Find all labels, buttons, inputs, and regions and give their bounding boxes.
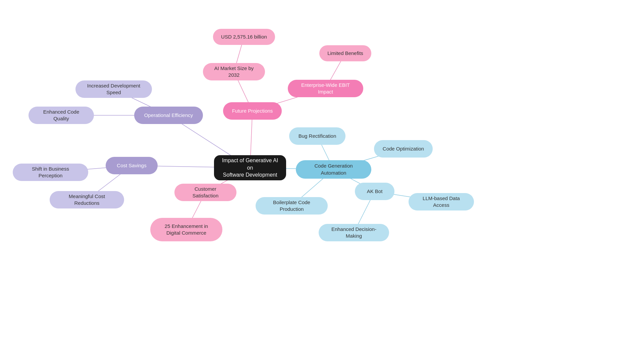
boilerplate-code-label: Boilerplate Code Production: [263, 199, 320, 213]
ai-market-size-node: AI Market Size by 2032: [203, 63, 265, 80]
operational-efficiency-node: Operational Efficiency: [134, 107, 203, 124]
operational-efficiency-label: Operational Efficiency: [144, 112, 193, 119]
shift-business-node: Shift in Business Perception: [13, 164, 88, 181]
usd-value-node: USD 2,575.16 billion: [213, 29, 275, 45]
future-projections-label: Future Projections: [232, 108, 273, 114]
enterprise-ebit-label: Enterprise-Wide EBIT Impact: [295, 82, 356, 96]
enhanced-decision-node: Enhanced Decision-Making: [319, 224, 389, 241]
ak-bot-label: AK Bot: [367, 188, 383, 195]
code-optimization-label: Code Optimization: [383, 145, 424, 152]
enterprise-ebit-node: Enterprise-Wide EBIT Impact: [288, 80, 363, 97]
cost-savings-label: Cost Savings: [117, 162, 146, 169]
llm-data-access-node: LLM-based Data Access: [409, 193, 474, 210]
customer-satisfaction-label: Customer Satisfaction: [182, 186, 229, 199]
code-optimization-node: Code Optimization: [374, 140, 433, 158]
increased-dev-speed-label: Increased Development Speed: [83, 82, 145, 96]
center-label: Impact of Generative AI on Software Deve…: [221, 157, 279, 179]
enhanced-decision-label: Enhanced Decision-Making: [326, 226, 382, 240]
center-node: Impact of Generative AI on Software Deve…: [214, 155, 286, 180]
digital-commerce-label: 25 Enhancement in Digital Commerce: [158, 223, 215, 237]
shift-business-label: Shift in Business Perception: [20, 166, 81, 179]
llm-data-access-label: LLM-based Data Access: [416, 195, 467, 209]
enhanced-code-quality-node: Enhanced Code Quality: [29, 107, 94, 124]
bug-rectification-label: Bug Rectification: [299, 133, 336, 139]
boilerplate-code-node: Boilerplate Code Production: [256, 197, 328, 215]
enhanced-code-quality-label: Enhanced Code Quality: [36, 109, 87, 122]
cost-savings-node: Cost Savings: [106, 157, 158, 174]
increased-dev-speed-node: Increased Development Speed: [75, 80, 152, 98]
limited-benefits-node: Limited Benefits: [319, 45, 371, 61]
usd-value-label: USD 2,575.16 billion: [221, 34, 267, 40]
bug-rectification-node: Bug Rectification: [289, 127, 345, 145]
meaningful-cost-label: Meaningful Cost Reductions: [57, 193, 117, 207]
future-projections-node: Future Projections: [223, 102, 282, 120]
ai-market-size-label: AI Market Size by 2032: [210, 65, 258, 79]
customer-satisfaction-node: Customer Satisfaction: [174, 184, 236, 201]
code-gen-automation-node: Code Generation Automation: [296, 160, 371, 179]
limited-benefits-label: Limited Benefits: [327, 50, 363, 57]
ak-bot-node: AK Bot: [355, 183, 394, 200]
meaningful-cost-node: Meaningful Cost Reductions: [50, 191, 124, 208]
digital-commerce-node: 25 Enhancement in Digital Commerce: [150, 218, 222, 241]
code-gen-automation-label: Code Generation Automation: [303, 163, 364, 176]
